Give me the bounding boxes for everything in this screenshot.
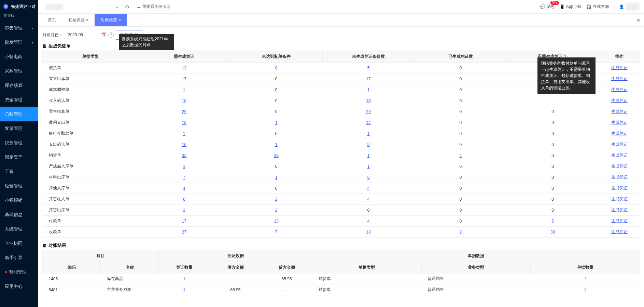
calendar-icon[interactable]: 📅	[101, 32, 106, 37]
generate-voucher-link[interactable]: 生成凭证	[611, 131, 628, 136]
generate-voucher-link[interactable]: 生成凭证	[611, 142, 628, 147]
generate-voucher-link[interactable]: 生成凭证	[611, 76, 628, 81]
generate-voucher-link[interactable]: 生成凭证	[611, 186, 628, 190]
sidebar-item-14[interactable]: 系统管理	[0, 222, 38, 236]
generate-voucher-link[interactable]: 生成凭证	[611, 229, 628, 234]
value-link[interactable]: 15	[182, 120, 186, 125]
value-link[interactable]: 30	[550, 230, 555, 235]
sidebar-item-0[interactable]: 零售管理▾	[0, 21, 38, 35]
value-link[interactable]: 14	[366, 120, 370, 125]
value-link[interactable]: 1	[584, 277, 586, 281]
generate-voucher-link[interactable]: 生成凭证	[611, 197, 628, 201]
sidebar-item-10[interactable]: 工资	[0, 164, 38, 179]
close-icon[interactable]: ×	[118, 18, 121, 23]
value-link[interactable]: 13	[182, 66, 186, 70]
value-link[interactable]: 27	[182, 230, 186, 235]
generate-voucher-link[interactable]: 生成凭证	[611, 175, 628, 179]
gear-icon[interactable]: ⚙	[125, 4, 129, 10]
value-link[interactable]: 1	[183, 277, 185, 281]
user-avatar[interactable]: 👤	[619, 3, 639, 11]
generate-voucher-link[interactable]: 生成凭证	[611, 153, 628, 158]
app-download-button[interactable]: 📱 App下载	[560, 4, 582, 10]
sidebar-item-16[interactable]: 新手引导	[0, 251, 38, 265]
value-link[interactable]: 1	[367, 88, 370, 92]
generate-voucher-link[interactable]: 生成凭证	[611, 208, 628, 212]
value-link[interactable]: 5	[551, 219, 554, 224]
sidebar-item-9[interactable]: 固定资产	[0, 150, 38, 164]
messages-button[interactable]: 💬 消息 99+	[540, 4, 555, 10]
value-link[interactable]: 2	[275, 208, 278, 213]
value-link[interactable]: 32	[182, 153, 186, 158]
sidebar-item-18[interactable]: 应用中心	[0, 279, 38, 294]
sidebar-item-11[interactable]: 经营管理	[0, 179, 38, 193]
tab-0[interactable]: 首页	[42, 14, 62, 26]
value-link[interactable]: 2	[275, 197, 278, 202]
demo-link[interactable]: ☁ 我要看实例演示	[137, 4, 171, 10]
generate-voucher-link[interactable]: 生成凭证	[611, 65, 628, 70]
value-link[interactable]: 1	[183, 131, 185, 136]
value-link[interactable]: 9	[367, 142, 370, 147]
value-link[interactable]: 1	[367, 164, 370, 169]
sidebar-item-8[interactable]: 税务管理	[0, 136, 38, 150]
value-link[interactable]: 7	[275, 230, 278, 235]
value-link[interactable]: 2	[459, 153, 462, 158]
value-link[interactable]: 17	[182, 219, 186, 224]
sidebar-item-17[interactable]: 智能管理	[0, 265, 38, 279]
value-link[interactable]: 17	[366, 77, 370, 81]
customer-service-button[interactable]: 🎧 在线客服	[586, 4, 609, 10]
value-link[interactable]: 29	[366, 109, 370, 114]
value-link[interactable]: 29	[274, 153, 279, 158]
generate-voucher-link[interactable]: 生成凭证	[611, 109, 628, 114]
sidebar-item-3[interactable]: 采购管理	[0, 64, 38, 78]
chevron-down-icon: ⌄	[115, 4, 119, 9]
value-link[interactable]: 1	[367, 153, 370, 158]
value-link[interactable]: 18	[366, 230, 370, 235]
sidebar-item-2[interactable]: 小畅电商	[0, 50, 38, 64]
value-link[interactable]: 4	[367, 219, 370, 224]
value-link[interactable]: 2	[459, 230, 462, 235]
generate-voucher-link[interactable]: 生成凭证	[611, 120, 628, 125]
value-link[interactable]: 1	[183, 288, 185, 292]
value-link[interactable]: 17	[182, 77, 186, 81]
value-link[interactable]: 7	[183, 175, 185, 180]
sidebar-item-12[interactable]: 小畅报销	[0, 193, 38, 208]
tab-1[interactable]: 初始设置×	[62, 14, 95, 26]
value-link[interactable]: 4	[183, 186, 185, 191]
sidebar-item-7[interactable]: 发票管理	[0, 121, 38, 136]
close-all-tabs-icon[interactable]: ✕	[636, 17, 641, 23]
value-link[interactable]: 2	[183, 208, 185, 213]
generate-voucher-link[interactable]: 生成凭证	[611, 87, 628, 92]
value-link[interactable]: 1	[183, 164, 185, 169]
sidebar-item-1[interactable]: 批发管理▾	[0, 35, 38, 50]
value-link[interactable]: 10	[182, 142, 186, 147]
sidebar-item-13[interactable]: 基础信息	[0, 208, 38, 222]
org-selector[interactable]: ⌄	[43, 3, 122, 11]
value-link[interactable]: 4	[367, 186, 370, 191]
value-link[interactable]: 5	[367, 66, 370, 70]
value-link[interactable]: 8	[275, 66, 278, 70]
value-link[interactable]: 10	[366, 98, 370, 103]
sidebar-item-6[interactable]: 总账管理	[0, 107, 38, 121]
value-link[interactable]: 1	[183, 88, 185, 92]
value-link[interactable]: 1	[584, 288, 586, 292]
sidebar-item-5[interactable]: 资金管理	[0, 93, 38, 107]
generate-voucher-link[interactable]: 生成凭证	[611, 164, 628, 169]
tab-2[interactable]: 对账检查×	[95, 14, 127, 26]
generate-voucher-link[interactable]: 生成凭证	[611, 98, 628, 103]
value-link[interactable]: 6	[183, 197, 185, 202]
value-link[interactable]: 29	[182, 109, 186, 114]
sidebar-item-15[interactable]: 企业协同	[0, 236, 38, 251]
value-link[interactable]: 6	[367, 175, 370, 180]
close-icon[interactable]: ×	[86, 18, 88, 23]
value-link[interactable]: 13	[274, 219, 279, 224]
value-link[interactable]: 1	[367, 131, 370, 136]
value-link[interactable]: 1	[275, 142, 278, 147]
value-link[interactable]: 1	[275, 120, 278, 125]
value-link[interactable]: 10	[182, 98, 186, 103]
month-input[interactable]: 2023-05	[65, 31, 99, 39]
help-icon[interactable]: ?	[108, 32, 114, 38]
value-link[interactable]: 1	[275, 175, 278, 180]
generate-voucher-link[interactable]: 生成凭证	[611, 218, 628, 223]
value-link[interactable]: 4	[367, 197, 370, 202]
sidebar-item-4[interactable]: 库存核算	[0, 78, 38, 93]
